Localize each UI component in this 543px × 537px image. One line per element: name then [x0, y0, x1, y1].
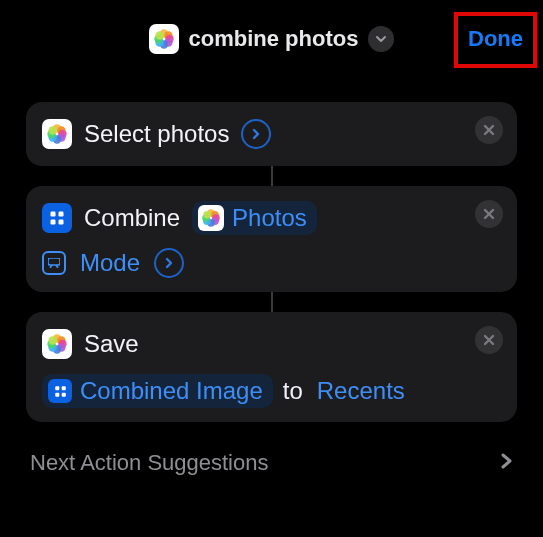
connector	[271, 292, 273, 312]
expand-button[interactable]	[154, 248, 184, 278]
svg-rect-9	[59, 212, 64, 217]
photos-icon	[42, 329, 72, 359]
action-label: Select photos	[84, 120, 229, 148]
expand-button[interactable]	[241, 119, 271, 149]
shortcut-title: combine photos	[189, 26, 359, 52]
grid-icon	[42, 203, 72, 233]
svg-rect-14	[61, 386, 65, 390]
remove-action-button[interactable]	[475, 116, 503, 144]
remove-action-button[interactable]	[475, 200, 503, 228]
action-card-combine[interactable]: Combine Photos Mode	[26, 186, 517, 292]
svg-rect-12	[48, 258, 60, 265]
photos-icon	[198, 205, 224, 231]
done-button[interactable]: Done	[468, 26, 523, 52]
next-action-suggestions[interactable]: Next Action Suggestions	[0, 422, 543, 476]
to-label: to	[283, 377, 303, 405]
mode-icon	[42, 251, 66, 275]
variable-label: Photos	[232, 204, 307, 232]
workflow-stage: Select photos Combine	[0, 78, 543, 422]
svg-rect-11	[59, 220, 64, 225]
header: combine photos Done	[0, 0, 543, 78]
album-parameter[interactable]: Recents	[313, 374, 409, 408]
header-title-group: combine photos	[149, 24, 395, 54]
svg-rect-15	[55, 392, 59, 396]
mode-parameter[interactable]: Mode	[80, 249, 140, 277]
svg-rect-8	[51, 212, 56, 217]
connector	[271, 166, 273, 186]
action-label: Combine	[84, 204, 180, 232]
suggestions-label: Next Action Suggestions	[30, 450, 268, 476]
svg-rect-10	[51, 220, 56, 225]
title-menu-button[interactable]	[368, 26, 394, 52]
grid-icon	[48, 379, 72, 403]
svg-rect-16	[61, 392, 65, 396]
action-card-select-photos[interactable]: Select photos	[26, 102, 517, 166]
album-label: Recents	[317, 377, 405, 405]
svg-rect-13	[55, 386, 59, 390]
action-label: Save	[84, 330, 139, 358]
action-card-save[interactable]: Save Combined Image to Recents	[26, 312, 517, 422]
remove-action-button[interactable]	[475, 326, 503, 354]
photos-variable-pill[interactable]: Photos	[192, 201, 317, 235]
chevron-right-icon	[499, 452, 513, 474]
combined-image-variable-pill[interactable]: Combined Image	[42, 374, 273, 408]
variable-label: Combined Image	[80, 377, 263, 405]
photos-icon	[42, 119, 72, 149]
app-icon	[149, 24, 179, 54]
